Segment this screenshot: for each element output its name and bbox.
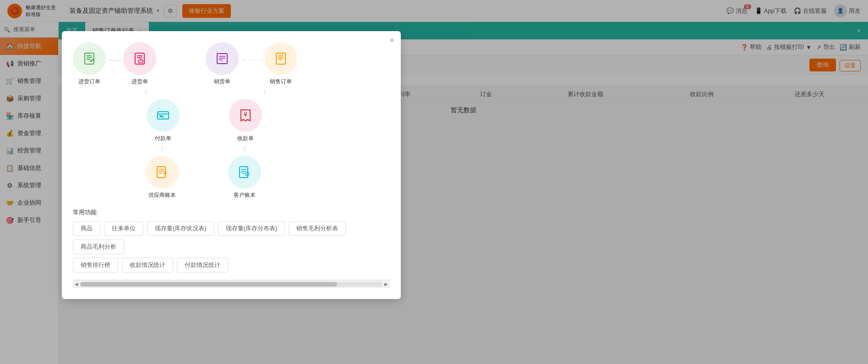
func-btn-sales-profit[interactable]: 销售毛利分析表 [289, 221, 346, 236]
func-btn-goods[interactable]: 商品 [73, 221, 100, 236]
scroll-left-arrow[interactable]: ◀ [75, 282, 78, 287]
svg-text:¥: ¥ [162, 115, 164, 119]
common-funcs-title: 常用功能 [73, 208, 390, 217]
flow-node-receipt[interactable]: ¥ 收款单 [229, 99, 262, 142]
func-buttons-area: 商品 往来单位 现存量(库存状况表) 现存量(库存分布表) 销售毛利分析表 商品… [73, 221, 390, 254]
sales-order-circle [264, 42, 297, 75]
flow-node-purchase-order[interactable]: 进货订单 [73, 42, 106, 86]
flow-node-sales-bill[interactable]: 销货单 [206, 42, 239, 86]
flow-node-sales-order[interactable]: 销售订单 [264, 42, 297, 86]
modal-box: × [62, 39, 401, 299]
sales-order-label: 销售订单 [270, 78, 292, 86]
func-btn-contacts[interactable]: 往来单位 [104, 221, 143, 236]
flow-node-purchase-bill[interactable]: 进货单 [123, 42, 156, 86]
scroll-right-arrow[interactable]: ▶ [384, 282, 388, 287]
func-btn-stock-dist[interactable]: 现存量(库存分布表) [218, 221, 285, 236]
svg-rect-0 [85, 53, 94, 64]
purchase-bill-label: 进货单 [131, 78, 148, 86]
scroll-track[interactable] [80, 282, 382, 287]
supplier-account-label: 供应商账本 [148, 191, 176, 199]
purchase-order-label: 进货订单 [78, 78, 100, 86]
func-btn-stock-status[interactable]: 现存量(库存状况表) [147, 221, 214, 236]
func-btn-payment-stats[interactable]: 付款情况统计 [177, 258, 228, 272]
app-container: ⭕ 畅康通好生意 标准版 装备及固定资产辅助管理系统 ▼ ⚙ 体验行业方案 💬 … [0, 0, 868, 364]
receipt-label: 收款单 [237, 135, 254, 142]
func-btn-sales-rank[interactable]: 销售排行榜 [73, 258, 118, 272]
sales-bill-circle [206, 42, 239, 75]
flow-node-payment[interactable]: ¥ 付款单 [147, 99, 180, 142]
svg-rect-8 [217, 54, 227, 64]
scroll-thumb [80, 282, 337, 287]
purchase-order-circle [73, 42, 106, 75]
payment-circle: ¥ [147, 99, 180, 132]
supplier-account-circle [146, 156, 179, 189]
flow-node-customer-account[interactable]: 客户账本 [228, 156, 261, 199]
main-area: 🔍 搜索菜单 🏠 快捷导航 📢 营销推广 🛒 销售管理 📦 采购管理 🏪 [0, 22, 868, 364]
svg-text:¥: ¥ [244, 111, 247, 118]
common-funcs-section: 常用功能 商品 往来单位 现存量(库存状况表) 现存量(库存分布表) 销售毛利分… [73, 208, 390, 272]
func-buttons-area-2: 销售排行榜 收款情况统计 付款情况统计 [73, 258, 390, 272]
func-btn-goods-profit[interactable]: 商品毛利分析 [73, 239, 124, 254]
flow-node-supplier-account[interactable]: 供应商账本 [146, 156, 179, 199]
content-main: ❓ 帮助 🖨 按模板打印 ▼ ↗ 导出 🔄 [59, 39, 868, 364]
horizontal-scrollbar[interactable]: ◀ ▶ [73, 280, 390, 288]
func-btn-receipt-stats[interactable]: 收款情况统计 [122, 258, 173, 272]
svg-rect-21 [157, 167, 165, 178]
customer-account-label: 客户账本 [234, 191, 256, 199]
content-area: 首页 销售订单执行表 × × ❓ 帮助 [59, 22, 868, 364]
receipt-circle: ¥ [229, 99, 262, 132]
modal-close-button[interactable]: × [389, 39, 394, 45]
sales-bill-label: 销货单 [214, 78, 230, 86]
purchase-bill-circle [123, 42, 156, 75]
customer-account-circle [228, 156, 261, 189]
payment-label: 付款单 [155, 135, 171, 142]
svg-rect-12 [276, 53, 285, 64]
modal-overlay[interactable]: × [59, 39, 868, 364]
